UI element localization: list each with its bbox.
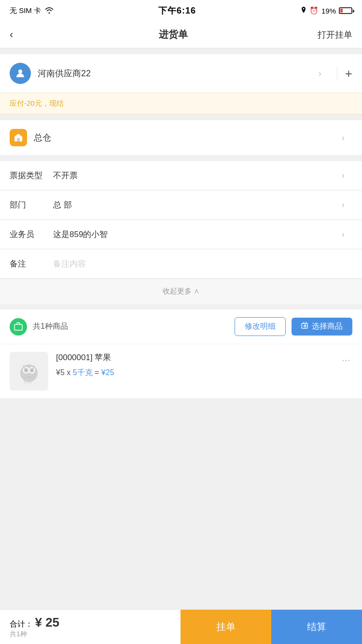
price-value: ¥5	[56, 368, 65, 377]
collapse-label: 收起更多 ∧	[163, 287, 199, 296]
product-section-icon	[10, 318, 27, 336]
divider	[337, 67, 337, 80]
price-quantity: 5千克	[73, 368, 93, 377]
price-equals: =	[95, 368, 101, 377]
footer-total: 合计： ¥ 25 共1种	[0, 615, 181, 639]
footer-total-line: 合计： ¥ 25	[10, 615, 171, 630]
salesperson-chevron-icon: ›	[342, 229, 345, 239]
location-icon	[301, 7, 306, 15]
supplier-section: 河南供应商22 › + 应付-20元，现结	[0, 54, 362, 114]
back-button[interactable]: ‹	[10, 28, 29, 41]
department-label: 部门	[10, 199, 53, 210]
remark-input[interactable]: 备注内容	[53, 258, 352, 269]
wifi-icon	[45, 7, 54, 15]
bottom-gap	[0, 399, 362, 408]
product-header: 共1种商品 修改明细 选择商品	[0, 309, 362, 344]
clock: 下午6:16	[158, 5, 196, 16]
footer-total-sub: 共1种	[10, 630, 171, 639]
svg-point-0	[18, 70, 22, 73]
footer: 合计： ¥ 25 共1种 挂单 结算	[0, 609, 362, 644]
carrier-label: 无 SIM 卡	[10, 6, 41, 15]
footer-total-label: 合计：	[10, 620, 33, 628]
salesperson-row[interactable]: 业务员 这是859的小智 ›	[0, 220, 362, 249]
product-thumbnail: 普加	[10, 352, 48, 391]
select-product-button[interactable]: 选择商品	[292, 318, 352, 336]
product-section: 共1种商品 修改明细 选择商品	[0, 309, 362, 399]
product-item: 普加 [0000001] 苹果 ¥5 x 5千克 = ¥25 ···	[0, 344, 362, 399]
open-pending-button[interactable]: 打开挂单	[318, 29, 352, 41]
carrier-wifi: 无 SIM 卡	[10, 6, 54, 15]
edit-detail-button[interactable]: 修改明细	[235, 317, 286, 336]
add-supplier-button[interactable]: +	[345, 66, 352, 81]
battery-percent: 19%	[321, 7, 336, 15]
svg-rect-1	[17, 138, 20, 141]
price-total: ¥25	[101, 368, 114, 377]
select-product-icon	[301, 322, 309, 332]
invoice-chevron-icon: ›	[342, 170, 345, 181]
product-count-label: 共1种商品	[33, 322, 235, 332]
product-thumb-owl: 普加	[14, 357, 43, 386]
hang-button[interactable]: 挂单	[181, 610, 271, 644]
supplier-name: 河南供应商22	[38, 68, 319, 79]
gap-4	[0, 304, 362, 309]
product-name: [0000001] 苹果	[56, 352, 340, 363]
notice-bar: 应付-20元，现结	[0, 93, 362, 114]
price-multiply: x	[67, 368, 72, 377]
warehouse-section: 总仓 ›	[0, 120, 362, 155]
invoice-type-row[interactable]: 票据类型 不开票 ›	[0, 161, 362, 190]
supplier-chevron-icon: ›	[319, 69, 321, 79]
warehouse-icon	[10, 129, 27, 146]
nav-bar: ‹ 进货单 打开挂单	[0, 21, 362, 48]
gap-2	[0, 114, 362, 120]
product-price: ¥5 x 5千克 = ¥25	[56, 368, 340, 378]
invoice-type-value: 不开票	[53, 170, 342, 181]
footer-spacer	[0, 408, 362, 443]
salesperson-value: 这是859的小智	[53, 229, 342, 240]
gap-1	[0, 48, 362, 54]
footer-total-amount: ¥ 25	[35, 615, 59, 630]
department-row[interactable]: 部门 总 部 ›	[0, 191, 362, 220]
remark-row[interactable]: 备注 备注内容	[0, 250, 362, 279]
department-chevron-icon: ›	[342, 200, 345, 210]
battery-area: ⏰ 19%	[301, 6, 352, 15]
svg-rect-2	[14, 324, 22, 330]
alarm-icon: ⏰	[309, 6, 319, 15]
warehouse-row[interactable]: 总仓 ›	[0, 120, 362, 155]
gap-3	[0, 155, 362, 161]
battery-icon	[339, 7, 352, 14]
settle-button[interactable]: 结算	[271, 610, 362, 644]
salesperson-label: 业务员	[10, 229, 53, 240]
remark-label: 备注	[10, 258, 53, 269]
supplier-row[interactable]: 河南供应商22 › +	[0, 54, 362, 93]
supplier-avatar	[10, 63, 31, 84]
warehouse-name: 总仓	[34, 132, 342, 143]
warehouse-chevron-icon: ›	[342, 133, 345, 143]
invoice-type-label: 票据类型	[10, 170, 53, 181]
page-title: 进货单	[159, 28, 188, 41]
select-product-label: 选择商品	[312, 322, 343, 332]
collapse-button[interactable]: 收起更多 ∧	[0, 279, 362, 304]
more-options-button[interactable]: ···	[340, 352, 352, 368]
product-info: [0000001] 苹果 ¥5 x 5千克 = ¥25	[56, 352, 340, 378]
department-value: 总 部	[53, 199, 342, 210]
status-bar: 无 SIM 卡 下午6:16 ⏰ 19%	[0, 0, 362, 21]
fields-section: 票据类型 不开票 › 部门 总 部 › 业务员 这是859的小智 › 备注 备注…	[0, 161, 362, 304]
notice-text: 应付-20元，现结	[10, 99, 64, 107]
svg-text:普加: 普加	[23, 379, 32, 384]
